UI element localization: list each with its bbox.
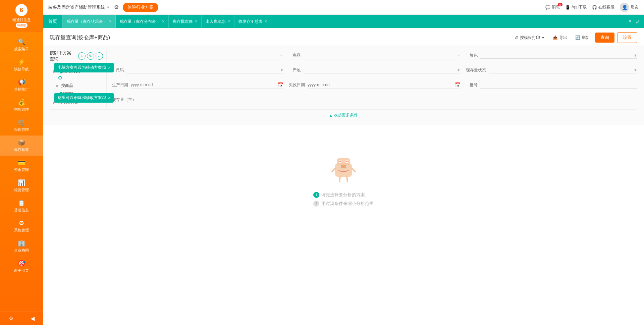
collapse-arrow-icon: ▲ [329,113,333,117]
tab-maximize-button[interactable]: ⤢ [634,17,641,26]
empty-tip-1: 1 请先选择要分析的方案 [313,191,374,199]
sidebar-item-purchase[interactable]: 🛒 采购管理 [0,115,43,136]
tip-num-1: 1 [313,192,319,198]
tab-home[interactable]: 首页 [43,15,63,28]
expiry-date-input[interactable] [308,83,453,87]
warehouse-select[interactable]: ··· [133,52,283,59]
product-label: 商品 [289,53,301,58]
tip-num-2: 2 [313,201,319,207]
print-button[interactable]: 🖨 按模板打印 ▼ [512,34,547,42]
marketing-icon: 📢 [18,78,25,86]
stock-qty-dash: — [209,97,213,102]
tab-inventory-dist[interactable]: 现存量（库存分布表） × [116,15,169,28]
sidebar-item-finance[interactable]: 💳 资金管理 [0,156,43,176]
filter-product: 商品 ··· [289,50,460,61]
filter-stock-qty: 现存量（主） — [112,94,283,105]
filter-batch: 批号 [466,79,637,90]
size-select[interactable]: ▼ [126,67,283,73]
tab-close-recv-send[interactable]: × [265,19,267,24]
svg-point-4 [339,161,341,162]
filter-stock-status: 现存量状态 ▼ [466,65,637,75]
tab-close-inventory-status[interactable]: × [109,19,111,24]
logo-text: 畅通好生意 [12,17,31,22]
filter-expiry-date: 失效日期 📅 [289,79,460,90]
sidebar-item-marketing[interactable]: 📢 营销推广 [0,75,43,95]
sidebar-item-system[interactable]: ⚙ 系统管理 [0,216,43,236]
tab-inout-flow[interactable]: 出入库流水 × [202,15,234,28]
sidebar-item-inventory[interactable]: 📦 库存核算 [0,136,43,156]
sidebar-item-enterprise[interactable]: 🏢 企业协同 [0,236,43,256]
svg-line-10 [347,177,347,182]
add-scheme-button[interactable]: + [78,52,86,60]
collapse-button[interactable]: ▲ 收起更多条件 [50,109,637,121]
export-button[interactable]: 📤 导出 [550,34,570,42]
sidebar-item-operations[interactable]: 📊 经营管理 [0,176,43,196]
tab-close-inventory-dist[interactable]: × [162,19,164,24]
settings-button[interactable]: ⚙ [9,315,13,322]
svg-point-5 [346,161,347,162]
settings-page-button[interactable]: 设置 [617,32,637,43]
tooltip-pc-close[interactable]: × [108,65,110,70]
sidebar-bottom: ⚙ ◀ [0,312,43,325]
query-button[interactable]: 查询 [595,33,614,43]
notification-button[interactable]: 💬 消息 6 [545,4,560,10]
tab-close-batch-ledger[interactable]: × [195,19,197,24]
product-more-icon: ··· [457,53,461,58]
header-gear-icon[interactable]: ⚙ [114,4,119,10]
collapse-sidebar-button[interactable]: ◀ [31,315,35,322]
expiry-date-label: 失效日期 [289,82,305,88]
sidebar-item-guide[interactable]: 🎯 新手引导 [0,256,43,276]
tab-recv-send[interactable]: 收发存汇总表 × [234,15,271,28]
header-right: 💬 消息 6 📱 App下载 🎧 在线客服 👤 用友 [545,3,639,12]
tab-batch-ledger[interactable]: 库存批次账 × [169,15,202,28]
sidebar-item-basic-info[interactable]: 📋 基础信息 [0,196,43,216]
expiry-date-calendar-icon[interactable]: 📅 [455,82,461,88]
page-title: 现存量查询(按仓库+商品) [50,34,110,41]
sidebar-item-sales[interactable]: 💰 销售管理 [0,95,43,115]
product-select[interactable]: ··· [303,52,460,59]
color-select[interactable]: ▼ [480,52,637,59]
prod-date-calendar-icon[interactable]: 📅 [278,82,283,88]
trial-button[interactable]: 体验行业方案 [123,3,158,12]
empty-state: 1 请先选择要分析的方案 2 用过滤条件来缩小分析范围 [43,125,644,235]
svg-line-9 [339,177,340,182]
purchase-icon: 🛒 [18,119,25,126]
app-download-label: App下载 [572,4,587,10]
online-support-button[interactable]: 🎧 在线客服 [592,4,614,10]
scheme-sub-item-product[interactable]: ▶ 按商品 [56,82,103,90]
tab-close-all-button[interactable]: × [627,17,633,26]
page-title-bar: 现存量查询(按仓库+商品) 🖨 按模板打印 ▼ 📤 导出 🔄 刷新 查询 设置 [43,28,644,46]
stock-qty-from[interactable] [139,97,208,102]
tab-inventory-status[interactable]: 现存量（库存状况表） × [63,15,116,28]
refresh-button[interactable]: 🔄 刷新 [573,34,592,42]
svg-rect-6 [341,165,346,168]
filter-color: 颜色 ▼ [466,50,637,61]
system-name-dropdown[interactable]: 装备及固定资产辅助管理系统 ▼ [48,4,110,10]
scheme-sub-label: 按商品 [61,83,73,89]
tooltip-edit-scheme: 这里可以创建和修改方案哦 × [54,93,114,103]
empty-tips: 1 请先选择要分析的方案 2 用过滤条件来缩小分析范围 [313,191,374,208]
stock-status-arrow-icon: ▼ [634,68,637,72]
tab-close-inout-flow[interactable]: × [228,19,230,24]
stock-status-select[interactable]: ▼ [489,67,637,73]
user-menu[interactable]: 👤 用友 [620,3,639,12]
stock-qty-to[interactable] [215,97,283,102]
back-scheme-button[interactable]: ← [96,52,103,60]
edit-scheme-button[interactable]: ✎ [87,52,94,60]
header-left: 装备及固定资产辅助管理系统 ▼ ⚙ 体验行业方案 [48,3,158,12]
origin-select[interactable]: ▼ [303,67,460,73]
sidebar-item-search[interactable]: 🔍 搜索菜单 [0,35,43,55]
tooltip-edit-close[interactable]: × [108,96,110,100]
support-icon: 🎧 [592,5,597,10]
app-download-button[interactable]: 📱 App下载 [565,4,587,10]
sidebar-nav: 🔍 搜索菜单 ⚡ 快捷导航 📢 营销推广 💰 销售管理 🛒 采购管理 📦 库存核… [0,32,43,312]
tooltip-pc-scheme: 电脑方案可设为移动方案哦 × [54,63,114,72]
app-download-icon: 📱 [565,5,570,10]
sidebar-item-quick-nav[interactable]: ⚡ 快捷导航 [0,55,43,75]
username: 用友 [631,4,639,10]
color-label: 颜色 [466,53,478,58]
prod-date-input[interactable] [131,83,276,87]
logo-area: 6 畅通好生意 标准版 [0,0,43,32]
batch-input[interactable] [480,83,637,87]
avatar: 👤 [620,3,629,12]
